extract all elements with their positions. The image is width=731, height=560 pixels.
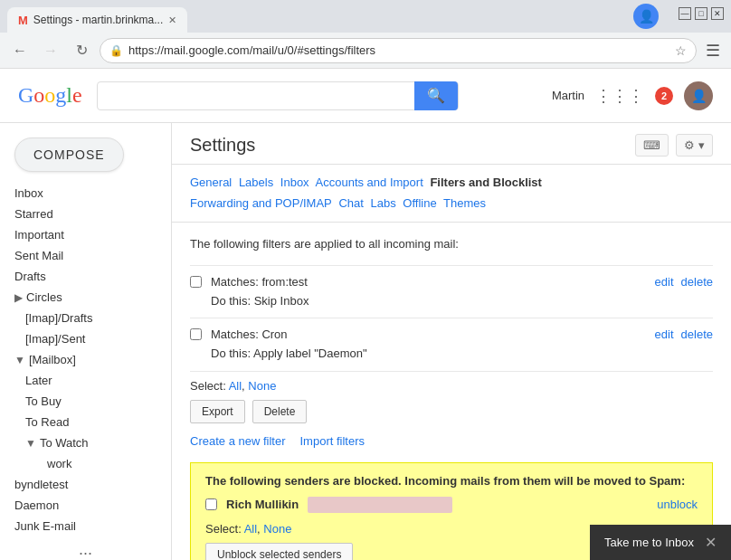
tab-forwarding-pop[interactable]: Forwarding and POP/IMAP — [190, 196, 332, 210]
more-button[interactable]: ... — [0, 536, 171, 560]
tab-inbox[interactable]: Inbox — [280, 176, 309, 189]
filter-2-actions: edit delete — [655, 326, 713, 341]
inbox-banner-close[interactable]: ✕ — [705, 534, 717, 551]
title-bar: M Settings - martin.brinkma... ✕ 👤 — □ ✕ — [0, 0, 731, 33]
sidebar-item-important[interactable]: Important — [0, 224, 164, 245]
main-layout: COMPOSE Inbox Starred Important Sent Mai… — [0, 123, 731, 560]
tab-close-button[interactable]: ✕ — [168, 14, 176, 26]
filter-1-text: Matches: from:test Do this: Skip Inbox — [211, 273, 646, 311]
inbox-banner-label[interactable]: Take me to Inbox — [604, 536, 694, 549]
select-label: Select: — [190, 379, 226, 393]
apps-grid-icon[interactable]: ⋮⋮⋮ — [595, 86, 644, 106]
starred-label: Starred — [14, 207, 53, 221]
tab-general[interactable]: General — [190, 176, 232, 189]
export-button[interactable]: Export — [190, 400, 245, 423]
sidebar-item-inbox[interactable]: Inbox — [0, 183, 164, 204]
header-right: Martin ⋮⋮⋮ 2 👤 — [552, 81, 713, 110]
tab-accounts-import[interactable]: Accounts and Import — [316, 176, 423, 189]
sidebar-item-later[interactable]: Later — [0, 370, 164, 391]
forward-button[interactable]: → — [38, 38, 63, 63]
select-all-link[interactable]: All — [229, 379, 242, 393]
blocked-select-all-link[interactable]: All — [244, 522, 257, 536]
filter-row-2: Matches: Cron Do this: Apply label "Daem… — [190, 318, 713, 371]
minimize-button[interactable]: — — [679, 7, 691, 20]
sidebar-item-junk[interactable]: Junk E-mail — [0, 516, 164, 536]
browser-tab[interactable]: M Settings - martin.brinkma... ✕ — [7, 7, 187, 33]
filter-1-checkbox[interactable] — [190, 276, 202, 288]
delete-button[interactable]: Delete — [252, 400, 308, 423]
sidebar-item-imap-sent[interactable]: [Imap]/Sent — [0, 328, 164, 349]
towatch-label: To Watch — [40, 436, 89, 450]
inbox-label: Inbox — [14, 186, 43, 200]
sidebar-item-circles[interactable]: ▶ Circles — [0, 287, 164, 308]
circles-expand-icon: ▶ — [14, 291, 23, 304]
create-filter-link[interactable]: Create a new filter — [190, 434, 286, 448]
select-row: Select: All, None — [190, 371, 713, 400]
sidebar-item-mailbox[interactable]: ▼ [Mailbox] — [0, 349, 164, 370]
filter-1-delete-link[interactable]: delete — [681, 275, 713, 289]
search-input[interactable] — [98, 89, 414, 102]
filter-2-text: Matches: Cron Do this: Apply label "Daem… — [211, 326, 646, 364]
unblock-1-link[interactable]: unblock — [657, 498, 698, 511]
filter-1-matches-label: Matches: — [211, 275, 259, 289]
blocked-1-name: Rich Mullikin — [226, 498, 299, 511]
reload-button[interactable]: ↻ — [69, 38, 94, 63]
inbox-banner: Take me to Inbox ✕ — [590, 525, 731, 560]
tab-labs[interactable]: Labs — [371, 196, 396, 210]
sidebar-item-starred[interactable]: Starred — [0, 204, 164, 224]
address-bar: ← → ↻ 🔒 https://mail.google.com/mail/u/0… — [0, 33, 731, 69]
search-button[interactable]: 🔍 — [414, 81, 458, 110]
blocked-select-label: Select: — [205, 522, 242, 536]
tab-labels[interactable]: Labels — [239, 176, 273, 189]
blocked-title: The following senders are blocked. Incom… — [205, 474, 698, 488]
compose-button[interactable]: COMPOSE — [14, 138, 124, 172]
settings-gear-button[interactable]: ⚙ ▾ — [676, 134, 713, 157]
keyboard-shortcuts-button[interactable]: ⌨ — [635, 134, 669, 157]
sidebar-item-toread[interactable]: To Read — [0, 412, 164, 432]
window-controls: — □ ✕ — [679, 7, 724, 20]
settings-title: Settings — [190, 135, 255, 156]
blocked-1-checkbox[interactable] — [205, 498, 217, 510]
url-bar[interactable]: 🔒 https://mail.google.com/mail/u/0/#sett… — [100, 38, 697, 63]
unblock-selected-button[interactable]: Unblock selected senders — [205, 543, 353, 560]
sidebar-item-drafts[interactable]: Drafts — [0, 266, 164, 287]
sidebar-item-daemon[interactable]: Daemon — [0, 495, 164, 516]
user-name: Martin — [552, 89, 584, 102]
tab-chat[interactable]: Chat — [338, 196, 363, 210]
close-button[interactable]: ✕ — [711, 7, 724, 20]
notification-count: 2 — [661, 90, 667, 101]
action-buttons: Export Delete — [190, 400, 713, 423]
filter-1-edit-link[interactable]: edit — [655, 275, 674, 289]
important-label: Important — [14, 228, 64, 242]
sidebar-item-towatch[interactable]: ▼ To Watch — [0, 432, 164, 453]
filter-2-delete-link[interactable]: delete — [681, 327, 713, 341]
filter-2-checkbox[interactable] — [190, 328, 202, 340]
sidebar-item-byndletest[interactable]: byndletest — [0, 474, 164, 495]
back-button[interactable]: ← — [7, 38, 33, 63]
avatar[interactable]: 👤 — [684, 81, 713, 110]
search-area[interactable]: 🔍 — [97, 81, 459, 110]
filter-1-matches-value: from:test — [261, 275, 308, 289]
star-icon[interactable]: ☆ — [675, 43, 687, 58]
notification-badge[interactable]: 2 — [655, 87, 673, 105]
filter-2-edit-link[interactable]: edit — [655, 327, 674, 341]
sidebar-item-work[interactable]: work — [0, 453, 164, 474]
sidebar-item-tobuy[interactable]: To Buy — [0, 391, 164, 412]
filter-1-action-value: Skip Inbox — [254, 294, 309, 308]
blocked-select-none-link[interactable]: None — [263, 522, 291, 536]
maximize-button[interactable]: □ — [695, 7, 707, 20]
tab-offline[interactable]: Offline — [403, 196, 436, 210]
sidebar-item-imap-drafts[interactable]: [Imap]/Drafts — [0, 308, 164, 328]
daemon-label: Daemon — [14, 498, 59, 512]
tab-themes[interactable]: Themes — [443, 196, 486, 210]
select-none-link[interactable]: None — [248, 379, 276, 393]
tab-title: Settings - martin.brinkma... — [33, 14, 163, 26]
tab-filters-blocklist[interactable]: Filters and Blocklist — [430, 176, 542, 189]
sidebar-item-sent[interactable]: Sent Mail — [0, 245, 164, 266]
tab-favicon: M — [18, 14, 28, 27]
byndletest-label: byndletest — [14, 478, 68, 491]
tab-area: M Settings - martin.brinkma... ✕ — [7, 0, 724, 33]
junk-label: Junk E-mail — [14, 519, 76, 533]
import-filters-link[interactable]: Import filters — [300, 434, 366, 448]
chrome-menu-button[interactable]: ☰ — [702, 37, 724, 64]
